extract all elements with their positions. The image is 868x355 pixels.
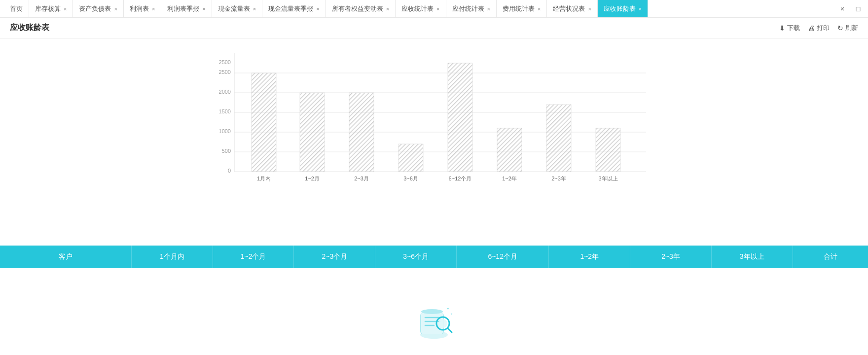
svg-text:✦: ✦ bbox=[446, 307, 450, 311]
svg-text:2500: 2500 bbox=[219, 69, 231, 75]
svg-text:3年以上: 3年以上 bbox=[598, 176, 617, 181]
tab-close-cashflow-quarter[interactable]: × bbox=[316, 6, 319, 12]
bar-2 bbox=[300, 93, 325, 172]
tab-inventory[interactable]: 库存核算× bbox=[29, 0, 73, 18]
tab-business-status[interactable]: 经营状况表× bbox=[547, 0, 597, 18]
tab-cashflow[interactable]: 现金流量表× bbox=[212, 0, 262, 18]
svg-text:2500: 2500 bbox=[219, 59, 231, 65]
chart-container: 0 500 1000 1500 2000 2500 2500 bbox=[10, 48, 858, 186]
tab-close-cashflow[interactable]: × bbox=[253, 6, 256, 12]
tab-label-profit: 利润表 bbox=[130, 4, 149, 13]
window-maximize-button[interactable]: □ bbox=[852, 3, 864, 15]
svg-text:6~12个月: 6~12个月 bbox=[449, 176, 472, 181]
bar-7 bbox=[546, 105, 571, 172]
bar-3 bbox=[349, 93, 374, 172]
svg-point-30 bbox=[421, 309, 443, 314]
col-header-month23: 2~3个月 bbox=[294, 246, 375, 268]
tab-close-profit[interactable]: × bbox=[152, 6, 155, 12]
col-header-month612: 6~12个月 bbox=[457, 246, 549, 268]
download-label: 下载 bbox=[787, 24, 800, 33]
svg-text:0: 0 bbox=[228, 168, 231, 174]
col-header-month1: 1个月内 bbox=[132, 246, 213, 268]
refresh-label: 刷新 bbox=[845, 24, 858, 33]
col-header-month12: 1~2个月 bbox=[213, 246, 294, 268]
svg-text:2~3月: 2~3月 bbox=[354, 176, 369, 181]
bar-4 bbox=[398, 144, 423, 172]
tab-profit[interactable]: 利润表× bbox=[124, 0, 161, 18]
tab-profit-quarter[interactable]: 利润表季报× bbox=[161, 0, 212, 18]
svg-line-33 bbox=[448, 328, 452, 332]
tab-bar: 首页库存核算×资产负债表×利润表×利润表季报×现金流量表×现金流量表季报×所有者… bbox=[0, 0, 868, 18]
tab-close-equity[interactable]: × bbox=[386, 6, 389, 12]
tab-close-inventory[interactable]: × bbox=[64, 6, 67, 12]
tab-close-ar-stat[interactable]: × bbox=[436, 6, 439, 12]
tab-close-profit-quarter[interactable]: × bbox=[202, 6, 205, 12]
svg-text:1500: 1500 bbox=[219, 108, 231, 114]
bar-1 bbox=[252, 73, 276, 172]
svg-text:3~6月: 3~6月 bbox=[403, 176, 418, 181]
empty-state-icon: ✦ ✦ bbox=[409, 298, 459, 342]
tab-label-cashflow-quarter: 现金流量表季报 bbox=[268, 4, 313, 13]
tab-equity[interactable]: 所有者权益变动表× bbox=[326, 0, 396, 18]
tab-expense-stat[interactable]: 费用统计表× bbox=[497, 0, 547, 18]
tab-close-balance[interactable]: × bbox=[114, 6, 117, 12]
svg-text:1000: 1000 bbox=[219, 128, 231, 134]
window-controls: × □ bbox=[836, 3, 864, 15]
tab-close-ap-stat[interactable]: × bbox=[487, 6, 490, 12]
tab-ar-aging[interactable]: 应收账龄表× bbox=[598, 0, 648, 18]
page-title: 应收账龄表 bbox=[10, 23, 49, 33]
tab-label-expense-stat: 费用统计表 bbox=[503, 4, 535, 13]
col-header-month36: 3~6个月 bbox=[375, 246, 457, 268]
col-header-year23: 2~3年 bbox=[630, 246, 712, 268]
bar-5 bbox=[448, 63, 472, 172]
print-label: 打印 bbox=[817, 24, 830, 33]
svg-text:2~3年: 2~3年 bbox=[551, 176, 566, 181]
window-close-button[interactable]: × bbox=[836, 3, 848, 15]
tab-close-expense-stat[interactable]: × bbox=[538, 6, 541, 12]
col-header-total: 合计 bbox=[793, 246, 868, 268]
tab-ar-stat[interactable]: 应收统计表× bbox=[396, 0, 446, 18]
page-header: 应收账龄表 ⬇ 下载 🖨 打印 ↻ 刷新 bbox=[0, 18, 868, 38]
bar-8 bbox=[596, 128, 620, 172]
svg-text:2000: 2000 bbox=[219, 89, 231, 95]
svg-point-34 bbox=[438, 319, 447, 328]
tab-balance[interactable]: 资产负债表× bbox=[73, 0, 123, 18]
col-header-customer: 客户 bbox=[0, 246, 132, 268]
table-header: 客户 1个月内 1~2个月 2~3个月 3~6个月 6~12个月 1~2年 2~… bbox=[0, 246, 868, 268]
svg-text:✦: ✦ bbox=[450, 313, 453, 316]
tab-label-home: 首页 bbox=[10, 4, 23, 13]
refresh-icon: ↻ bbox=[837, 24, 843, 32]
tab-label-ar-aging: 应收账龄表 bbox=[604, 4, 636, 13]
svg-text:1~2年: 1~2年 bbox=[502, 176, 517, 181]
print-button[interactable]: 🖨 打印 bbox=[808, 24, 830, 33]
header-actions: ⬇ 下载 🖨 打印 ↻ 刷新 bbox=[779, 24, 858, 33]
bar-6 bbox=[497, 128, 522, 172]
svg-text:1~2月: 1~2月 bbox=[305, 176, 320, 181]
print-icon: 🖨 bbox=[808, 24, 815, 32]
tab-label-balance: 资产负债表 bbox=[79, 4, 111, 13]
tab-label-profit-quarter: 利润表季报 bbox=[167, 4, 199, 13]
tab-home[interactable]: 首页 bbox=[4, 0, 29, 18]
tab-cashflow-quarter[interactable]: 现金流量表季报× bbox=[262, 0, 326, 18]
main-content: 0 500 1000 1500 2000 2500 2500 bbox=[0, 38, 868, 355]
tab-label-inventory: 库存核算 bbox=[35, 4, 61, 13]
tab-label-ap-stat: 应付统计表 bbox=[452, 4, 484, 13]
svg-text:1月内: 1月内 bbox=[257, 176, 271, 181]
tab-close-business-status[interactable]: × bbox=[588, 6, 591, 12]
tab-label-ar-stat: 应收统计表 bbox=[401, 4, 434, 13]
empty-state: ✦ ✦ bbox=[0, 268, 868, 355]
col-header-year12: 1~2年 bbox=[549, 246, 630, 268]
svg-text:500: 500 bbox=[222, 148, 231, 154]
col-header-year3plus: 3年以上 bbox=[712, 246, 793, 268]
tab-close-ar-aging[interactable]: × bbox=[639, 6, 642, 12]
tab-label-cashflow: 现金流量表 bbox=[218, 4, 250, 13]
tab-ap-stat[interactable]: 应付统计表× bbox=[446, 0, 497, 18]
bar-chart: 0 500 1000 1500 2000 2500 2500 bbox=[212, 48, 656, 186]
tab-label-equity: 所有者权益变动表 bbox=[332, 4, 383, 13]
download-button[interactable]: ⬇ 下载 bbox=[779, 24, 800, 33]
chart-area: 0 500 1000 1500 2000 2500 2500 bbox=[0, 38, 868, 246]
refresh-button[interactable]: ↻ 刷新 bbox=[837, 24, 858, 33]
tab-label-business-status: 经营状况表 bbox=[553, 4, 585, 13]
download-icon: ⬇ bbox=[779, 24, 785, 32]
